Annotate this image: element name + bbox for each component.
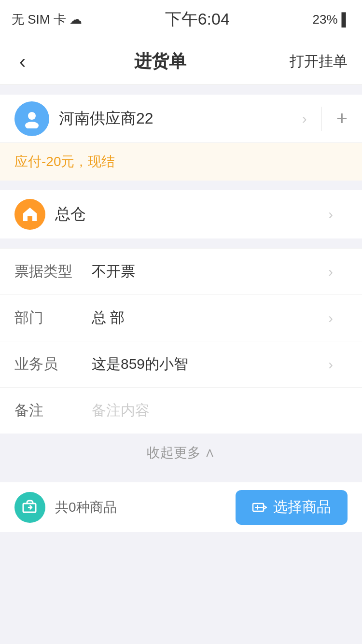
supplier-name: 河南供应商22 <box>59 108 302 129</box>
invoice-chevron-icon: › <box>328 264 333 280</box>
collapse-label: 收起更多 ∧ <box>147 444 216 462</box>
supplier-section: 河南供应商22 › + 应付-20元，现结 <box>0 95 362 181</box>
person-icon <box>22 109 42 128</box>
supplier-row[interactable]: 河南供应商22 › + <box>0 95 362 143</box>
warehouse-icon <box>14 199 45 230</box>
department-label: 部门 <box>14 308 92 328</box>
supplier-avatar <box>14 101 49 136</box>
sim-label: 无 SIM 卡 ☁ <box>12 11 82 28</box>
open-pending-button[interactable]: 打开挂单 <box>290 52 348 71</box>
status-time: 下午6:04 <box>165 8 230 30</box>
status-right: 23% ▌ <box>313 12 350 27</box>
svg-point-1 <box>25 122 39 128</box>
cart-icon <box>21 499 39 516</box>
salesperson-chevron-icon: › <box>328 356 333 373</box>
invoice-type-label: 票据类型 <box>14 262 92 281</box>
department-row[interactable]: 部门 总 部 › <box>0 294 362 341</box>
warehouse-row[interactable]: 总仓 › <box>0 190 362 238</box>
warehouse-section: 总仓 › <box>0 190 362 238</box>
status-left: 无 SIM 卡 ☁ <box>12 11 82 28</box>
collapse-row[interactable]: 收起更多 ∧ <box>0 434 362 472</box>
notice-text: 应付-20元，现结 <box>14 154 115 169</box>
gap-3 <box>0 238 362 248</box>
invoice-type-row[interactable]: 票据类型 不开票 › <box>0 248 362 294</box>
vertical-divider <box>321 107 322 131</box>
house-icon <box>21 206 39 223</box>
svg-point-0 <box>28 112 36 120</box>
note-label: 备注 <box>14 401 92 420</box>
nav-bar: ‹ 进货单 打开挂单 <box>0 39 362 85</box>
notice-bar: 应付-20元，现结 <box>0 143 362 181</box>
salesperson-label: 业务员 <box>14 354 92 374</box>
back-button[interactable]: ‹ <box>14 46 30 77</box>
gap-4 <box>0 472 362 482</box>
supplier-chevron-icon: › <box>302 111 307 127</box>
page-title: 进货单 <box>134 50 186 73</box>
product-count: 共0种商品 <box>55 498 226 517</box>
department-chevron-icon: › <box>328 310 333 326</box>
add-button[interactable]: + <box>336 108 348 129</box>
select-product-label: 选择商品 <box>273 497 331 517</box>
salesperson-row[interactable]: 业务员 这是859的小智 › <box>0 341 362 387</box>
status-bar: 无 SIM 卡 ☁ 下午6:04 23% ▌ <box>0 0 362 39</box>
select-product-icon <box>252 500 267 515</box>
main-content: 河南供应商22 › + 应付-20元，现结 总仓 › 票据类型 不开票 <box>0 85 362 644</box>
note-row[interactable]: 备注 备注内容 <box>0 387 362 434</box>
warehouse-name: 总仓 <box>55 204 328 225</box>
note-value: 备注内容 <box>92 401 348 420</box>
select-product-button[interactable]: 选择商品 <box>236 490 348 525</box>
invoice-type-value: 不开票 <box>92 262 328 281</box>
top-gap <box>0 85 362 95</box>
salesperson-value: 这是859的小智 <box>92 354 328 374</box>
bottom-bar: 共0种商品 选择商品 <box>0 482 362 532</box>
battery-label: 23% <box>313 12 338 27</box>
form-section: 票据类型 不开票 › 部门 总 部 › 业务员 这是859的小智 › 备注 备注… <box>0 248 362 434</box>
department-value: 总 部 <box>92 308 328 328</box>
battery-icon: ▌ <box>342 12 350 27</box>
warehouse-chevron-icon: › <box>328 206 333 223</box>
gap-2 <box>0 181 362 190</box>
product-icon <box>14 492 45 523</box>
